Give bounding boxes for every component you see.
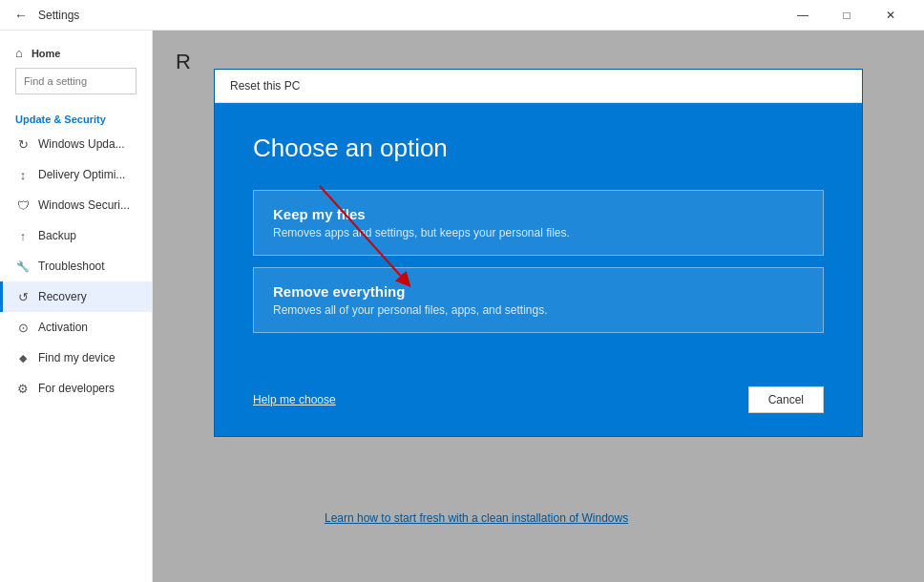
help-link[interactable]: Help me choose	[253, 393, 336, 406]
dialog-titlebar: Reset this PC	[215, 70, 862, 103]
keep-files-option[interactable]: Keep my files Removes apps and settings,…	[253, 190, 824, 256]
recovery-icon: ↺	[15, 289, 31, 304]
main-panel: R Reset this PC Choose an option Keep my…	[153, 31, 924, 582]
sidebar-item-recovery[interactable]: ↺ Recovery	[0, 281, 152, 312]
window-controls: — □ ✕	[781, 0, 913, 31]
sidebar-item-windows-securi[interactable]: 🛡 Windows Securi...	[0, 190, 152, 220]
sidebar-label-recovery: Recovery	[38, 290, 87, 303]
remove-everything-desc: Removes all of your personal files, apps…	[273, 303, 804, 317]
sidebar-item-find-my-device[interactable]: ◆ Find my device	[0, 343, 152, 373]
sidebar-label-security: Windows Securi...	[38, 198, 130, 212]
sidebar-header: ⌂ Home	[0, 38, 152, 106]
sidebar-label-backup: Backup	[38, 229, 76, 242]
sidebar-label-troubleshoot: Troubleshoot	[38, 260, 105, 273]
dialog-overlay: Reset this PC Choose an option Keep my f…	[153, 31, 924, 582]
settings-window: ← Settings — □ ✕ ⌂ Home Update & Securit…	[0, 0, 924, 582]
maximize-button[interactable]: □	[825, 0, 869, 31]
sidebar-section-title: Update & Security	[0, 106, 152, 129]
sidebar-home[interactable]: ⌂ Home	[15, 46, 136, 60]
keep-files-title: Keep my files	[273, 206, 804, 222]
search-input[interactable]	[15, 68, 136, 94]
sidebar-item-troubleshoot[interactable]: 🔧 Troubleshoot	[0, 251, 152, 281]
dialog-body: Choose an option Keep my files Removes a…	[215, 103, 862, 367]
sidebar-label-windows-update: Windows Upda...	[38, 137, 125, 151]
remove-everything-option[interactable]: Remove everything Removes all of your pe…	[253, 267, 824, 333]
sidebar-item-for-developers[interactable]: ⚙ For developers	[0, 373, 152, 404]
window-title: Settings	[38, 9, 781, 22]
activation-icon: ⊙	[15, 320, 31, 335]
developers-icon: ⚙	[15, 381, 31, 396]
backup-icon: ↑	[15, 228, 31, 243]
find-device-icon: ◆	[15, 350, 31, 365]
title-bar: ← Settings — □ ✕	[0, 0, 924, 31]
back-button[interactable]: ←	[11, 6, 31, 25]
reset-pc-dialog: Reset this PC Choose an option Keep my f…	[214, 69, 863, 437]
sidebar-item-activation[interactable]: ⊙ Activation	[0, 312, 152, 343]
close-button[interactable]: ✕	[869, 0, 913, 31]
dialog-heading: Choose an option	[253, 134, 824, 163]
sidebar-label-developers: For developers	[38, 382, 115, 395]
content-area: ⌂ Home Update & Security ↻ Windows Upda.…	[0, 31, 924, 582]
sidebar-item-backup[interactable]: ↑ Backup	[0, 220, 152, 251]
windows-update-icon: ↻	[15, 136, 31, 152]
delivery-icon: ↕	[15, 167, 31, 182]
troubleshoot-icon: 🔧	[15, 259, 31, 274]
minimize-button[interactable]: —	[781, 0, 825, 31]
cancel-button[interactable]: Cancel	[748, 386, 824, 413]
sidebar: ⌂ Home Update & Security ↻ Windows Upda.…	[0, 31, 153, 582]
sidebar-label-find-device: Find my device	[38, 351, 116, 364]
keep-files-desc: Removes apps and settings, but keeps you…	[273, 226, 804, 239]
security-icon: 🛡	[15, 197, 31, 213]
remove-everything-title: Remove everything	[273, 283, 804, 300]
sidebar-item-delivery-optimi[interactable]: ↕ Delivery Optimi...	[0, 159, 152, 190]
dialog-footer: Help me choose Cancel	[215, 367, 862, 436]
sidebar-label-delivery: Delivery Optimi...	[38, 168, 125, 181]
sidebar-item-windows-update[interactable]: ↻ Windows Upda...	[0, 129, 152, 159]
sidebar-label-activation: Activation	[38, 321, 88, 334]
